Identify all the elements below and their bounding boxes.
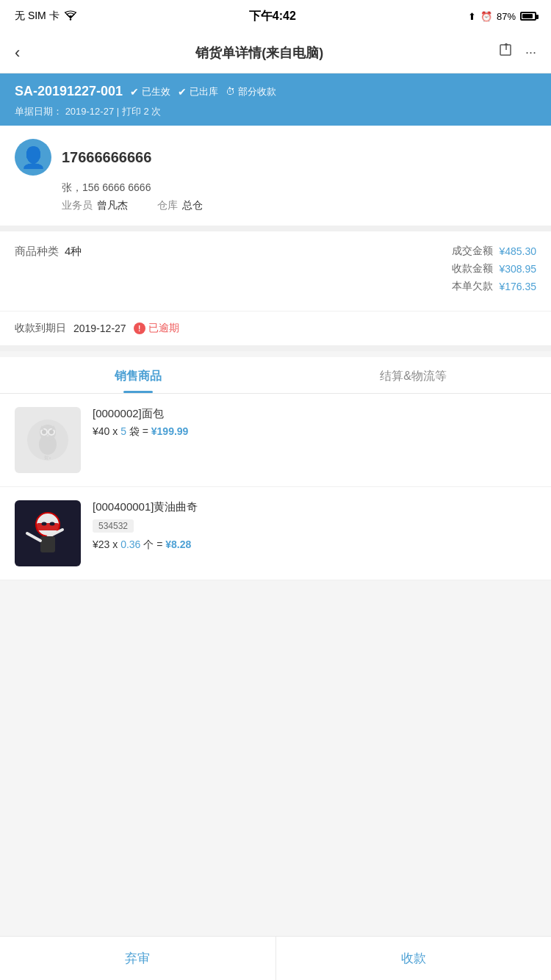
received-item: 收款金额 ¥308.95 (452, 262, 536, 275)
warehouse-label: 仓库 (157, 199, 178, 212)
product-item: 贺+ [0000002]面包 ¥40 x 5 袋 = ¥199.99 (0, 394, 551, 487)
summary-row: 商品种类 4种 成交金额 ¥485.30 收款金额 ¥308.95 本单欠款 ¥… (15, 245, 536, 298)
tabs-section: 销售商品 结算&物流等 (0, 357, 551, 394)
salesperson-label: 业务员 (62, 199, 93, 212)
product-name-2: [000400001]黄油曲奇 (93, 500, 536, 514)
banner-top-row: SA-20191227-001 ✔ 已生效 ✔ 已出库 ⏱ 部分收款 (15, 84, 536, 99)
status-time: 下午4:42 (249, 9, 296, 24)
tab-settlement[interactable]: 结算&物流等 (276, 357, 551, 393)
back-button[interactable]: ‹ (15, 43, 20, 62)
bottom-bar: 弃审 收款 (0, 936, 551, 980)
svg-point-0 (69, 18, 71, 20)
customer-meta-row: 业务员 曾凡杰 仓库 总仓 (62, 199, 536, 212)
due-date: 2019-12-27 (73, 323, 126, 334)
customer-section: 👤 17666666666 张，156 6666 6666 业务员 曾凡杰 仓库… (0, 126, 551, 226)
banner-badges: ✔ 已生效 ✔ 已出库 ⏱ 部分收款 (130, 85, 276, 98)
category-label: 商品种类 (15, 245, 59, 259)
svg-point-19 (50, 522, 55, 526)
product-qty-2: 0.36 (120, 538, 140, 550)
overdue-text: 已逾期 (148, 322, 179, 335)
status-bar: 无 SIM 卡 下午4:42 ⬆ ⏰ 87% (0, 0, 551, 32)
carrier-label: 无 SIM 卡 (15, 10, 60, 23)
product-total-2: ¥8.28 (165, 538, 191, 550)
share-button[interactable] (499, 43, 514, 62)
received-value: ¥308.95 (499, 263, 536, 275)
status-left: 无 SIM 卡 (15, 10, 77, 23)
battery-percent: 87% (497, 11, 516, 22)
product-image-1: 贺+ (26, 418, 70, 462)
divider-1 (0, 226, 551, 231)
svg-point-9 (49, 430, 54, 434)
product-tag-2: 534532 (93, 519, 134, 533)
svg-rect-17 (37, 523, 59, 530)
customer-name-phone: 张，156 6666 6666 (62, 181, 536, 195)
amount-value: ¥485.30 (499, 245, 536, 257)
summary-right: 成交金额 ¥485.30 收款金额 ¥308.95 本单欠款 ¥176.35 (452, 245, 536, 298)
more-button[interactable]: ··· (525, 45, 536, 60)
divider-2 (0, 345, 551, 351)
salesperson-name: 曾凡杰 (97, 199, 128, 212)
svg-point-18 (42, 522, 47, 526)
avatar: 👤 (15, 139, 51, 176)
collect-payment-button[interactable]: 收款 (276, 937, 552, 980)
product-info-2: [000400001]黄油曲奇 534532 ¥23 x 0.36 个 = ¥8… (93, 500, 536, 552)
warehouse-item: 仓库 总仓 (157, 199, 203, 212)
product-info-1: [0000002]面包 ¥40 x 5 袋 = ¥199.99 (93, 407, 536, 439)
due-date-section: 收款到期日 2019-12-27 ! 已逾期 (0, 311, 551, 345)
tab-products[interactable]: 销售商品 (0, 357, 276, 393)
product-price-1: ¥40 x 5 袋 = ¥199.99 (93, 425, 536, 439)
svg-rect-1 (500, 45, 511, 55)
products-section: 贺+ [0000002]面包 ¥40 x 5 袋 = ¥199.99 (0, 394, 551, 580)
status-right: ⬆ ⏰ 87% (468, 11, 536, 22)
summary-section: 商品种类 4种 成交金额 ¥485.30 收款金额 ¥308.95 本单欠款 ¥… (0, 231, 551, 311)
product-item: [000400001]黄油曲奇 534532 ¥23 x 0.36 个 = ¥8… (0, 487, 551, 580)
nav-bar: ‹ 销货单详情(来自电脑) ··· (0, 32, 551, 73)
wifi-icon (64, 10, 77, 23)
product-name-1: [0000002]面包 (93, 407, 536, 421)
amount-item: 成交金额 ¥485.30 (452, 245, 536, 258)
order-id: SA-20191227-001 (15, 84, 123, 99)
svg-text:贺+: 贺+ (44, 455, 51, 461)
page-title: 销货单详情(来自电脑) (195, 44, 323, 62)
alarm-icon: ⏰ (480, 11, 492, 22)
category-value: 4种 (65, 245, 82, 259)
nav-actions: ··· (499, 43, 536, 62)
badge-partial-payment: ⏱ 部分收款 (226, 85, 276, 98)
battery-icon (520, 12, 536, 21)
badge-effective: ✔ 已生效 (130, 85, 170, 98)
cancel-audit-button[interactable]: 弃审 (0, 937, 276, 980)
badge-shipped: ✔ 已出库 (178, 85, 218, 98)
svg-rect-21 (40, 536, 55, 552)
location-icon: ⬆ (468, 11, 476, 22)
customer-main-row: 👤 17666666666 (15, 139, 536, 176)
due-label: 收款到期日 (15, 322, 66, 335)
print-label: | 打印 (117, 106, 141, 117)
amount-label: 成交金额 (452, 245, 493, 258)
check-icon-1: ✔ (130, 86, 139, 98)
debt-label: 本单欠款 (452, 280, 493, 293)
banner-date-row: 单据日期： 2019-12-27 | 打印 2 次 (15, 105, 536, 118)
print-suffix: 次 (151, 106, 161, 117)
product-thumbnail-2 (15, 500, 81, 566)
product-qty-1: 5 (120, 425, 126, 437)
product-thumbnail-1: 贺+ (15, 407, 81, 473)
overdue-icon: ! (134, 323, 145, 334)
order-date: 2019-12-27 (65, 106, 115, 117)
received-label: 收款金额 (452, 262, 493, 275)
check-icon-2: ✔ (178, 86, 187, 98)
summary-left: 商品种类 4种 (15, 245, 82, 263)
order-header-banner: SA-20191227-001 ✔ 已生效 ✔ 已出库 ⏱ 部分收款 单据日期：… (0, 73, 551, 126)
product-total-1: ¥199.99 (151, 425, 189, 437)
product-image-2 (18, 504, 77, 563)
category-item: 商品种类 4种 (15, 245, 82, 259)
tab-underline (123, 391, 153, 393)
warehouse-name: 总仓 (182, 199, 203, 212)
debt-item: 本单欠款 ¥176.35 (452, 280, 536, 293)
svg-point-8 (42, 430, 46, 434)
clock-icon: ⏱ (226, 86, 235, 97)
debt-value: ¥176.35 (499, 281, 536, 292)
overdue-badge: ! 已逾期 (134, 322, 179, 335)
customer-phone: 17666666666 (62, 149, 151, 166)
tabs-row: 销售商品 结算&物流等 (0, 357, 551, 393)
date-label: 单据日期： (15, 106, 62, 117)
